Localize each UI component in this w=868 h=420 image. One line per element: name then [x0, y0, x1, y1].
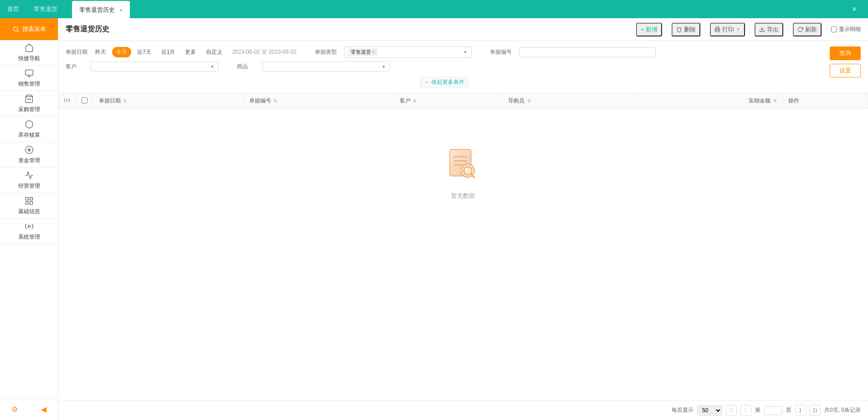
tab-home[interactable]: 首页: [0, 0, 26, 18]
doc-type-tag: 零售退货 ×: [348, 48, 378, 56]
export-button[interactable]: 导出: [755, 23, 783, 36]
sidebar-item-inventory[interactable]: 库存核算: [0, 117, 58, 142]
svg-rect-10: [26, 202, 28, 205]
page-last-button[interactable]: ⟩⟩: [810, 405, 821, 416]
sidebar-item-finance[interactable]: 资金管理: [0, 142, 58, 168]
col-settings-header[interactable]: [58, 93, 76, 109]
svg-line-1: [17, 31, 19, 32]
top-bar: 首页 零售退货 × 零售退货历史 × ×: [0, 0, 868, 18]
tab-retail-return-label: 零售退货: [34, 5, 57, 13]
col-date-label: 单据日期: [99, 97, 121, 104]
app-close-button[interactable]: ×: [848, 3, 861, 15]
col-docno-header[interactable]: 单据编号 ⇅: [244, 93, 394, 109]
date-btn-more[interactable]: 更多: [181, 47, 200, 57]
sidebar-item-sales-mgmt-label: 销售管理: [18, 80, 40, 88]
sidebar-item-basic-info[interactable]: 基础信息: [0, 193, 58, 219]
collapse-icon: [424, 80, 430, 85]
filter-row-1: 单据日期 昨天 今天 近7天 近1月 更多 自定义 2023-06-02 至 2…: [66, 46, 822, 58]
col-guide-header[interactable]: 导购员 ⇅: [503, 93, 632, 109]
date-btn-today[interactable]: 今天: [112, 47, 131, 57]
goods-select[interactable]: ... ▼: [262, 61, 390, 72]
date-btn-1month[interactable]: 近1月: [157, 47, 180, 57]
show-detail-toggle[interactable]: 显示明细: [831, 26, 861, 33]
goto-label: 第: [755, 406, 760, 414]
tab-retail-return-history[interactable]: 零售退货历史 ×: [72, 1, 129, 19]
sidebar-search[interactable]: 搜索菜单: [0, 18, 58, 40]
divider-3: [750, 26, 750, 33]
delete-label: 删除: [684, 26, 696, 34]
empty-state-text: 暂无数据: [451, 192, 475, 200]
tab-retail-return[interactable]: 零售退货 ×: [26, 0, 72, 18]
svg-rect-12: [716, 30, 719, 32]
doc-type-select[interactable]: 零售退货 × ▼: [344, 46, 472, 58]
col-date-header[interactable]: 单据日期 ⇅: [93, 93, 244, 109]
tab-retail-return-history-label: 零售退货历史: [79, 6, 115, 14]
sidebar-item-system[interactable]: 系统管理: [0, 219, 58, 244]
sidebar-item-operations[interactable]: 经营管理: [0, 168, 58, 193]
col-amount-header[interactable]: 实销金额 ⇅: [632, 93, 782, 109]
tab-retail-return-close[interactable]: ×: [62, 6, 65, 12]
doc-type-tag-close[interactable]: ×: [372, 50, 375, 55]
finance-icon: [24, 145, 34, 155]
empty-state: 暂无数据: [58, 109, 868, 236]
page-unit-label: 页: [786, 406, 791, 414]
sidebar-item-purchase-mgmt[interactable]: 采购管理: [0, 91, 58, 117]
col-docno-sort-icon: ⇅: [273, 98, 277, 103]
page-actions: + 新增 删除 打印 ▼: [636, 23, 861, 36]
date-btn-yesterday[interactable]: 昨天: [91, 47, 110, 57]
customer-select[interactable]: ... ▼: [91, 61, 219, 72]
col-customer-header[interactable]: 客户 ⇅: [394, 93, 503, 109]
refresh-button[interactable]: 刷新: [793, 23, 822, 36]
svg-point-0: [13, 27, 17, 31]
doc-type-select-content: 零售退货 ×: [348, 48, 461, 56]
show-detail-checkbox[interactable]: [831, 26, 837, 32]
print-button[interactable]: 打印 ▼: [710, 23, 745, 36]
filter-action-buttons: 查询 设置: [830, 46, 861, 77]
col-amount-label: 实销金额: [749, 97, 770, 104]
query-button[interactable]: 查询: [830, 46, 861, 60]
page-size-select[interactable]: 50 100 200: [697, 405, 722, 415]
filter-settings-button[interactable]: 设置: [830, 64, 861, 77]
filter-row-2: 客户 ... ▼ 商品 ... ▼: [66, 61, 822, 72]
print-icon: [714, 26, 720, 32]
select-all-checkbox[interactable]: [82, 97, 87, 103]
refresh-icon: [797, 26, 803, 32]
date-range-display: 2023-06-02 至 2023-06-02: [232, 48, 296, 56]
page-number-input[interactable]: 1: [764, 406, 782, 415]
page-first-button[interactable]: ⟨⟨: [726, 405, 737, 416]
date-btn-custom[interactable]: 自定义: [202, 47, 226, 57]
page-next-button[interactable]: ⟩: [795, 405, 806, 416]
empty-state-icon: [442, 145, 483, 186]
print-dropdown-icon[interactable]: ▼: [736, 27, 740, 32]
export-icon: [759, 26, 765, 32]
delete-button[interactable]: 删除: [672, 23, 700, 36]
svg-rect-8: [30, 198, 32, 200]
sidebar-collapse-icon[interactable]: ◀: [41, 405, 46, 414]
sidebar-item-inventory-label: 库存核算: [18, 131, 40, 139]
page-total-info: 共0页, 0条记录: [824, 406, 861, 414]
sidebar-item-operations-label: 经营管理: [18, 182, 40, 190]
col-action-label: 操作: [788, 97, 799, 104]
divider-1: [667, 26, 667, 33]
date-filter-options: 昨天 今天 近7天 近1月 更多 自定义 2023-06-02 至 2023-0…: [91, 47, 297, 57]
settings-gear-icon[interactable]: ⚙: [11, 405, 18, 414]
col-check-header[interactable]: [76, 93, 93, 109]
sidebar-item-purchase-mgmt-label: 采购管理: [18, 106, 40, 113]
sidebar-item-basic-info-label: 基础信息: [18, 208, 40, 215]
table-header-row: 单据日期 ⇅ 单据编号 ⇅ 客户 ⇅ 导购员 ⇅: [58, 93, 868, 109]
main-layout: 搜索菜单 快捷导航 销售管理: [0, 18, 868, 420]
date-filter-label: 单据日期: [66, 48, 91, 56]
date-btn-7days[interactable]: 近7天: [133, 47, 155, 57]
doc-no-input[interactable]: [519, 47, 656, 57]
add-button[interactable]: + 新增: [636, 23, 662, 36]
delete-icon: [676, 26, 682, 32]
sales-icon: [24, 68, 34, 78]
doc-type-dropdown-icon: ▼: [463, 50, 467, 55]
tab-retail-return-history-close[interactable]: ×: [119, 7, 122, 13]
sidebar-item-sales-mgmt[interactable]: 销售管理: [0, 66, 58, 91]
page-prev-button[interactable]: ⟨: [740, 405, 751, 416]
collapse-button[interactable]: 收起更多条件: [420, 77, 468, 87]
sidebar-item-quick-nav[interactable]: 快捷导航: [0, 40, 58, 66]
goods-dropdown-icon: ▼: [381, 64, 386, 69]
data-table: 单据日期 ⇅ 单据编号 ⇅ 客户 ⇅ 导购员 ⇅: [58, 93, 868, 236]
